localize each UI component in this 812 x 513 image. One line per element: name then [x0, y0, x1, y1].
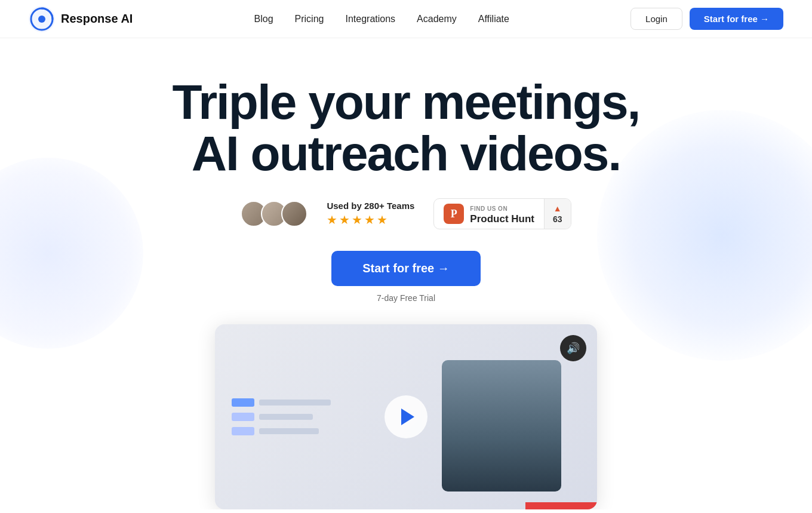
- panel-tag-3: [232, 427, 254, 435]
- nav-affiliate[interactable]: Affiliate: [478, 14, 509, 24]
- panel-row-3: [232, 427, 331, 435]
- nav-actions: Login Start for free →: [630, 8, 783, 30]
- ph-find-us-label: FIND US ON: [470, 205, 508, 212]
- video-bottom-bar: [525, 502, 597, 509]
- ph-upvote-arrow: ▲: [553, 204, 562, 213]
- hero-title: Triple your meetings, AI outreach videos…: [119, 76, 693, 179]
- avatar-stack: [241, 201, 307, 227]
- person-silhouette: [442, 360, 561, 492]
- ph-vote-count: ▲ 63: [544, 199, 571, 229]
- video-section: 🔊: [0, 324, 812, 509]
- ph-badge-left: P FIND US ON Product Hunt: [434, 202, 544, 225]
- play-triangle-icon: [401, 408, 414, 425]
- sound-icon: 🔊: [567, 342, 580, 355]
- ph-icon: P: [444, 204, 464, 224]
- social-proof-row: Used by 280+ Teams ★ ★ ★ ★ ★ P FIND US O…: [0, 198, 812, 229]
- panel-row-1: [232, 398, 331, 407]
- ph-count-number: 63: [553, 214, 562, 224]
- video-left-panel: [232, 398, 331, 435]
- nav-blog[interactable]: Blog: [254, 14, 273, 24]
- panel-tag-1: [232, 398, 254, 407]
- used-by: Used by 280+ Teams ★ ★ ★ ★ ★: [327, 201, 414, 227]
- panel-line-2: [259, 414, 313, 420]
- star-5: ★: [377, 213, 387, 227]
- sound-button[interactable]: 🔊: [560, 335, 586, 361]
- logo-icon: [29, 6, 55, 32]
- star-rating: ★ ★ ★ ★ ★: [327, 213, 414, 227]
- hero-section: Triple your meetings, AI outreach videos…: [0, 38, 812, 509]
- star-1: ★: [327, 213, 337, 227]
- nav-links: Blog Pricing Integrations Academy Affili…: [254, 14, 509, 24]
- start-free-button-hero[interactable]: Start for free →: [331, 251, 481, 286]
- ph-product-hunt-name: Product Hunt: [470, 213, 534, 225]
- svg-point-2: [38, 16, 45, 23]
- logo[interactable]: Response AI: [29, 6, 133, 32]
- ph-text-area: FIND US ON Product Hunt: [470, 202, 534, 225]
- star-3: ★: [352, 213, 362, 227]
- used-by-text: Used by 280+ Teams: [327, 201, 414, 211]
- hero-title-line2: AI outreach videos.: [192, 126, 620, 180]
- login-button[interactable]: Login: [630, 8, 682, 30]
- star-2: ★: [339, 213, 350, 227]
- start-free-button-nav[interactable]: Start for free →: [690, 8, 783, 30]
- logo-text: Response AI: [61, 12, 133, 26]
- cta-section: Start for free → 7-day Free Trial: [0, 251, 812, 303]
- hero-title-line1: Triple your meetings,: [173, 75, 640, 129]
- play-button[interactable]: [385, 395, 427, 438]
- nav-pricing[interactable]: Pricing: [295, 14, 324, 24]
- nav-academy[interactable]: Academy: [417, 14, 457, 24]
- video-wrapper: 🔊: [215, 324, 597, 509]
- video-inner: 🔊: [215, 324, 597, 509]
- star-4: ★: [364, 213, 375, 227]
- video-person: [442, 360, 561, 492]
- avatar-3: [281, 201, 307, 227]
- trial-text: 7-day Free Trial: [0, 293, 812, 303]
- product-hunt-badge[interactable]: P FIND US ON Product Hunt ▲ 63: [433, 198, 571, 229]
- panel-tag-2: [232, 413, 254, 421]
- panel-line-3: [259, 428, 319, 434]
- nav-integrations[interactable]: Integrations: [345, 14, 395, 24]
- panel-row-2: [232, 413, 331, 421]
- panel-line-1: [259, 400, 331, 406]
- navbar: Response AI Blog Pricing Integrations Ac…: [0, 0, 812, 38]
